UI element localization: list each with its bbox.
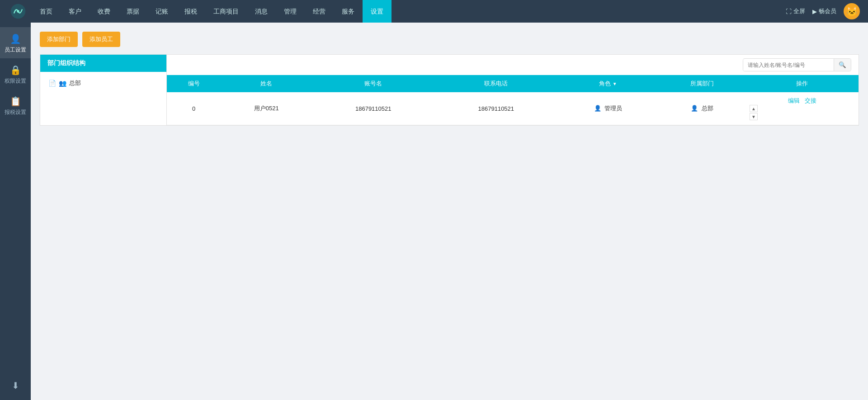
dept-tree-item-root[interactable]: 📄 👥 总部 — [45, 76, 162, 90]
table-row: 0 用户0521 18679110521 18679110521 👤 管理员 👤… — [167, 92, 859, 125]
search-button[interactable]: 🔍 — [834, 59, 851, 71]
cell-account: 18679110521 — [312, 92, 435, 125]
tax-icon: 📋 — [10, 96, 21, 107]
nav-fee[interactable]: 收费 — [90, 0, 118, 23]
play-icon: ▶ — [812, 8, 817, 15]
dept-tree-body: 📄 👥 总部 — [40, 72, 166, 94]
sidebar-download-button[interactable]: ⬇ — [12, 374, 19, 395]
svg-point-1 — [17, 10, 19, 12]
sidebar-item-tax-settings[interactable]: 📋 报税设置 — [0, 89, 31, 121]
main-content: 添加部门 添加员工 部门组织结构 📄 👥 总部 🔍 — [31, 23, 868, 400]
employee-table: 编号 姓名 账号名 联系电话 角色 ▼ 所属部门 操作 0 — [167, 75, 859, 125]
col-id: 编号 — [167, 75, 221, 92]
nav-manage[interactable]: 管理 — [276, 0, 305, 23]
dept-tree-panel: 部门组织结构 📄 👥 总部 — [40, 55, 167, 125]
row-scroll-arrows: ▲ ▼ — [750, 105, 855, 120]
nav-service[interactable]: 服务 — [334, 0, 363, 23]
nav-home[interactable]: 首页 — [32, 0, 61, 23]
cell-id: 0 — [167, 92, 221, 125]
edit-button[interactable]: 编辑 — [788, 97, 800, 104]
dept-tree-header: 部门组织结构 — [40, 55, 166, 72]
role-user-icon: 👤 — [594, 105, 601, 112]
sidebar-item-permission[interactable]: 🔒 权限设置 — [0, 58, 31, 89]
nav-invoice[interactable]: 票据 — [118, 0, 147, 23]
download-icon: ⬇ — [12, 380, 19, 391]
table-toolbar: 🔍 — [167, 55, 859, 75]
search-icon: 🔍 — [839, 61, 846, 68]
cell-phone: 18679110521 — [435, 92, 558, 125]
top-navigation: 首页 客户 收费 票据 记账 报税 工商项目 消息 管理 经营 服务 设置 ⛶ … — [0, 0, 868, 23]
fullscreen-button[interactable]: ⛶ 全屏 — [786, 7, 805, 15]
nav-tax[interactable]: 报税 — [176, 0, 205, 23]
col-account: 账号名 — [312, 75, 435, 92]
search-input[interactable] — [743, 59, 834, 71]
nav-message[interactable]: 消息 — [247, 0, 276, 23]
col-role: 角色 ▼ — [557, 75, 659, 92]
fullscreen-icon: ⛶ — [786, 8, 792, 15]
sidebar-item-employee[interactable]: 👤 员工设置 — [0, 27, 31, 58]
cell-name: 用户0521 — [221, 92, 312, 125]
nav-settings[interactable]: 设置 — [363, 0, 392, 23]
nav-operation[interactable]: 经营 — [305, 0, 334, 23]
scroll-up-button[interactable]: ▲ — [750, 105, 758, 112]
table-header-row: 编号 姓名 账号名 联系电话 角色 ▼ 所属部门 操作 — [167, 75, 859, 92]
add-dept-button[interactable]: 添加部门 — [40, 32, 78, 47]
nav-customer[interactable]: 客户 — [61, 0, 90, 23]
col-phone: 联系电话 — [435, 75, 558, 92]
transfer-button[interactable]: 交接 — [805, 97, 816, 104]
sidebar-bottom: ⬇ — [12, 374, 19, 395]
employee-table-panel: 🔍 编号 姓名 账号名 联系电话 角色 ▼ 所属部门 — [167, 55, 859, 125]
content-area: 部门组织结构 📄 👥 总部 🔍 — [40, 54, 859, 126]
cell-role: 👤 管理员 — [557, 92, 659, 125]
member-button[interactable]: ▶ 畅会员 — [812, 7, 836, 15]
nav-menu: 首页 客户 收费 票据 记账 报税 工商项目 消息 管理 经营 服务 设置 — [32, 0, 786, 23]
col-ops: 操作 — [746, 75, 859, 92]
employee-icon: 👤 — [10, 33, 21, 44]
col-dept: 所属部门 — [659, 75, 746, 92]
nav-business[interactable]: 工商项目 — [205, 0, 247, 23]
cell-ops: 编辑 交接 ▲ ▼ — [746, 92, 859, 125]
nav-right-actions: ⛶ 全屏 ▶ 畅会员 🐱 — [786, 3, 860, 19]
filter-icon[interactable]: ▼ — [613, 81, 617, 86]
col-name: 姓名 — [221, 75, 312, 92]
sidebar: 👤 员工设置 🔒 权限设置 📋 报税设置 ⬇ — [0, 23, 31, 400]
dept-name-root: 总部 — [69, 79, 81, 87]
lock-icon: 🔒 — [10, 65, 21, 75]
logo — [5, 3, 32, 19]
scroll-down-button[interactable]: ▼ — [750, 113, 758, 120]
user-group-icon: 👥 — [59, 80, 66, 87]
cell-dept: 👤 总部 — [659, 92, 746, 125]
file-icon: 📄 — [48, 80, 56, 87]
nav-bookkeeping[interactable]: 记账 — [147, 0, 176, 23]
dept-user-icon: 👤 — [691, 105, 698, 112]
avatar[interactable]: 🐱 — [844, 3, 860, 19]
action-bar: 添加部门 添加员工 — [40, 32, 859, 47]
add-employee-button[interactable]: 添加员工 — [82, 32, 120, 47]
search-box: 🔍 — [743, 58, 851, 71]
